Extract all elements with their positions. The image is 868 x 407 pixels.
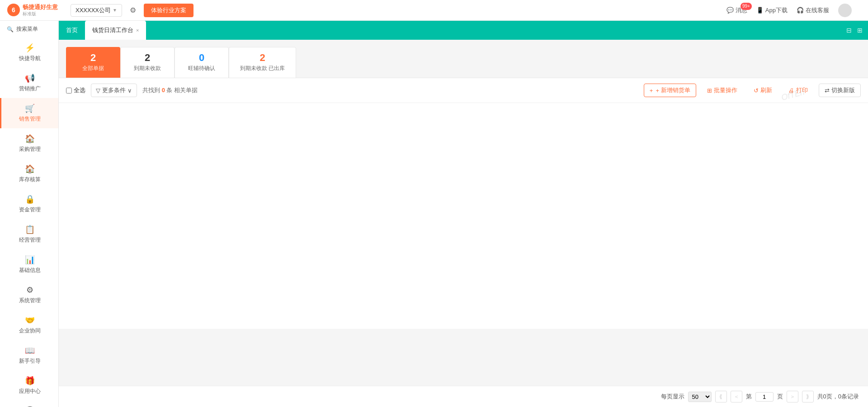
add-icon: + bbox=[656, 87, 659, 94]
app-download-btn[interactable]: 📱 App下载 bbox=[756, 6, 788, 14]
print-label: 打印 bbox=[796, 86, 808, 94]
sidebar-item-quick-nav[interactable]: ⚡ 快捷导航 bbox=[0, 37, 58, 68]
minimize-icon[interactable]: ⊟ bbox=[846, 27, 852, 34]
pagination: 每页显示 50 10 20 100 ⟪ ＜ 第 页 ＞ ⟫ 共0页，0条记录 bbox=[59, 386, 868, 407]
sidebar-item-purchase[interactable]: 🏠 采购管理 bbox=[0, 128, 58, 159]
maximize-icon[interactable]: ⊞ bbox=[857, 27, 863, 34]
print-btn[interactable]: 🖨 打印 bbox=[783, 84, 813, 97]
stat-tab-pending[interactable]: 0 旺辅待确认 bbox=[175, 47, 229, 78]
tab-workbench[interactable]: 钱货日清工作台 × bbox=[85, 21, 146, 40]
sidebar-item-inventory[interactable]: 🏠 库存核算 bbox=[0, 159, 58, 189]
refresh-btn[interactable]: ↺ 刷新 bbox=[748, 84, 778, 97]
sidebar-item-finance[interactable]: 🔒 资金管理 bbox=[0, 189, 58, 219]
sidebar-item-label: 企业协同 bbox=[19, 327, 41, 335]
app-name: 畅捷通好生意 bbox=[23, 4, 58, 11]
page-size-select[interactable]: 50 10 20 100 bbox=[688, 392, 712, 402]
sidebar-item-base-info[interactable]: 📊 基础信息 bbox=[0, 249, 58, 280]
online-service-btn[interactable]: 🎧 在线客服 bbox=[797, 6, 829, 14]
settings-button[interactable]: ⚙ bbox=[126, 3, 140, 18]
sidebar-item-wechat[interactable]: 💬 企业微信 bbox=[0, 401, 58, 407]
main-content: 2 全部单据 2 到期未收款 0 旺辅待确认 2 到期未收款 已出库 全选 ▽ … bbox=[59, 40, 868, 407]
total-text: 共0页，0条记录 bbox=[817, 393, 859, 401]
system-icon: ⚙ bbox=[26, 285, 33, 295]
last-page-btn[interactable]: ⟫ bbox=[802, 391, 814, 402]
add-sales-btn[interactable]: + 新增销货单 bbox=[644, 84, 696, 97]
filter-label: 更多条件 bbox=[102, 86, 126, 94]
stat-count-shipped: 2 bbox=[240, 52, 285, 64]
batch-btn[interactable]: ⊞ 批量操作 bbox=[702, 84, 743, 97]
header-right: 💬 消息 99+ 📱 App下载 🎧 在线客服 bbox=[726, 4, 861, 17]
stat-tab-overdue[interactable]: 2 到期未收款 bbox=[120, 47, 175, 78]
refresh-icon: ↺ bbox=[754, 87, 759, 94]
app-logo-icon: 6 bbox=[7, 4, 20, 16]
filter-icon: ▽ bbox=[96, 87, 100, 94]
workbench-tab-label: 钱货日清工作台 bbox=[92, 26, 133, 34]
select-all-checkbox[interactable]: 全选 bbox=[66, 86, 85, 94]
table-area bbox=[59, 103, 868, 329]
purchase-icon: 🏠 bbox=[25, 134, 35, 144]
header-left: 6 畅捷通好生意 标准版 XXXXXX公司 ▼ ⚙ 体验行业方案 bbox=[7, 3, 193, 18]
select-all-input[interactable] bbox=[66, 88, 72, 94]
sidebar-item-operations[interactable]: 📋 经营管理 bbox=[0, 219, 58, 249]
finance-icon: 🔒 bbox=[25, 194, 35, 204]
stat-tab-all[interactable]: 2 全部单据 bbox=[66, 47, 120, 78]
sidebar-item-label: 系统管理 bbox=[19, 297, 41, 304]
message-btn[interactable]: 💬 消息 99+ bbox=[726, 6, 747, 14]
switch-label: 切换新版 bbox=[831, 86, 855, 94]
nav-tab-actions: ⊟ ⊞ bbox=[846, 27, 868, 34]
company-selector[interactable]: XXXXXX公司 ▼ bbox=[71, 4, 122, 17]
sidebar-item-cooperation[interactable]: 🤝 企业协同 bbox=[0, 310, 58, 340]
sidebar-item-label: 资金管理 bbox=[19, 206, 41, 214]
toolbar-right: + 新增销货单 ⊞ 批量操作 ↺ 刷新 🖨 打印 ⇄ 切换新版 bbox=[644, 84, 861, 97]
guide-icon: 📖 bbox=[25, 346, 35, 356]
message-badge: 99+ bbox=[741, 3, 752, 10]
stat-count-pending: 0 bbox=[186, 52, 217, 64]
stats-tabs: 2 全部单据 2 到期未收款 0 旺辅待确认 2 到期未收款 已出库 bbox=[59, 40, 868, 78]
sidebar-item-guide[interactable]: 📖 新手引导 bbox=[0, 340, 58, 370]
company-name: XXXXXX公司 bbox=[75, 6, 111, 14]
sidebar-item-marketing[interactable]: 📢 营销推广 bbox=[0, 68, 58, 98]
add-btn-label: 新增销货单 bbox=[661, 86, 690, 94]
quick-nav-icon: ⚡ bbox=[25, 43, 35, 53]
user-avatar[interactable] bbox=[838, 4, 852, 17]
stat-label-shipped: 到期未收款 已出库 bbox=[240, 65, 285, 72]
batch-label: 批量操作 bbox=[714, 86, 737, 94]
sidebar-item-label: 采购管理 bbox=[19, 145, 41, 153]
batch-icon: ⊞ bbox=[707, 87, 712, 94]
tab-home[interactable]: 首页 bbox=[59, 21, 85, 40]
page-input[interactable] bbox=[755, 392, 774, 402]
switch-btn[interactable]: ⇄ 切换新版 bbox=[819, 84, 861, 97]
next-page-btn[interactable]: ＞ bbox=[787, 391, 798, 402]
nav-tabs: 首页 钱货日清工作台 × ⊟ ⊞ bbox=[59, 21, 868, 40]
search-icon: 🔍 bbox=[7, 26, 14, 33]
app-name-block: 畅捷通好生意 标准版 bbox=[23, 4, 58, 17]
sidebar-item-app-center[interactable]: 🎁 应用中心 bbox=[0, 370, 58, 401]
app-center-icon: 🎁 bbox=[25, 376, 35, 386]
toolbar-left: 全选 ▽ 更多条件 ∨ 共找到 0 条 相关单据 bbox=[66, 84, 638, 97]
app-download-label: App下载 bbox=[765, 6, 788, 14]
select-all-label: 全选 bbox=[74, 86, 85, 94]
refresh-label: 刷新 bbox=[760, 86, 772, 94]
filter-button[interactable]: ▽ 更多条件 ∨ bbox=[91, 84, 137, 97]
stat-label-overdue: 到期未收款 bbox=[132, 65, 163, 72]
experience-btn[interactable]: 体验行业方案 bbox=[144, 4, 193, 17]
stat-tab-shipped[interactable]: 2 到期未收款 已出库 bbox=[229, 47, 296, 78]
result-text: 共找到 0 条 相关单据 bbox=[142, 86, 198, 94]
service-icon: 🎧 bbox=[797, 7, 804, 14]
sidebar-search[interactable]: 🔍 搜索菜单 bbox=[0, 21, 58, 37]
sidebar-item-label: 新手引导 bbox=[19, 357, 41, 365]
page-label: 页 bbox=[777, 393, 783, 401]
first-page-btn[interactable]: ⟪ bbox=[715, 391, 727, 402]
prev-page-btn[interactable]: ＜ bbox=[731, 391, 742, 402]
stat-label-all: 全部单据 bbox=[77, 65, 109, 72]
stat-count-all: 2 bbox=[77, 52, 109, 64]
page-go-label: 第 bbox=[746, 393, 752, 401]
stat-label-pending: 旺辅待确认 bbox=[186, 65, 217, 72]
result-count: 0 bbox=[162, 87, 165, 94]
sidebar-item-sales[interactable]: 🛒 销售管理 bbox=[0, 98, 58, 128]
sidebar-item-label: 经营管理 bbox=[19, 236, 41, 244]
filter-chevron-icon: ∨ bbox=[127, 87, 132, 94]
tab-close-icon[interactable]: × bbox=[136, 28, 139, 33]
logo-area: 6 畅捷通好生意 标准版 bbox=[7, 4, 58, 17]
sidebar-item-system[interactable]: ⚙ 系统管理 bbox=[0, 280, 58, 310]
